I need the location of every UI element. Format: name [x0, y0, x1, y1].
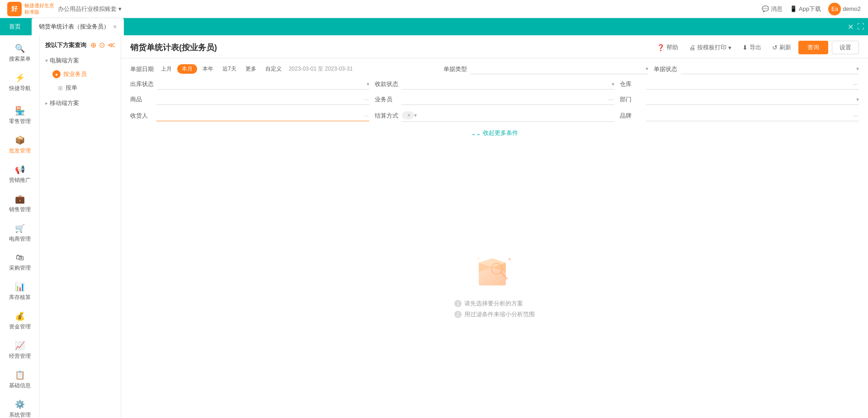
empty-illustration: ✦ ✦: [470, 242, 519, 292]
tab-close-icon[interactable]: ×: [113, 23, 117, 30]
print-icon: 🖨: [689, 44, 695, 51]
print-button[interactable]: 🖨 按模板打印 ▾: [685, 42, 735, 53]
chevron-down-icon: ▾: [45, 57, 48, 64]
inventory-icon: 📊: [15, 282, 25, 292]
logo-text: 畅捷通好生意 标准版: [24, 3, 54, 14]
search-icon: 🔍: [15, 43, 25, 53]
sidebar-item-system[interactable]: ⚙️ 系统管理: [2, 395, 38, 418]
department-control[interactable]: [646, 95, 859, 105]
export-button[interactable]: ⬇ 导出: [739, 42, 765, 53]
active-dot: ●: [52, 70, 61, 78]
message-icon: 💬: [762, 5, 769, 12]
filter-row-3: 商品 ··· 业务员 ··· 部门: [130, 94, 859, 105]
brand-dots[interactable]: ···: [853, 112, 858, 119]
close-window-icon[interactable]: ✕: [848, 23, 854, 31]
settlement-tag-close[interactable]: ×: [407, 112, 410, 119]
product-dots[interactable]: ···: [363, 96, 368, 103]
filter-item-doc-status: 单据状态: [654, 64, 859, 74]
doc-type-control[interactable]: [471, 64, 649, 74]
breadcrumb[interactable]: 办公用品行业模拟账套 ▾: [58, 5, 122, 13]
sidebar-item-ecommerce[interactable]: 🛒 电商管理: [2, 219, 38, 247]
app-download-button[interactable]: 📱 App下载: [790, 5, 821, 13]
scheme-add-button[interactable]: ⊕: [90, 41, 96, 49]
scheme-group-mobile-header[interactable]: ▸ 移动端方案: [40, 96, 121, 110]
sidebar-item-retail[interactable]: 🏪 零售管理: [2, 101, 38, 130]
user-menu[interactable]: Ea demo2: [828, 3, 861, 15]
tip-num-1: 1: [454, 300, 462, 307]
tab-home[interactable]: 首页: [0, 18, 30, 35]
purchase-icon: 🛍: [16, 253, 24, 262]
page-header: 销货单统计表(按业务员) ❓ 帮助 🖨 按模板打印 ▾ ⬇: [121, 35, 868, 58]
breadcrumb-arrow: ▾: [118, 5, 122, 12]
filter-item-ship-status: 出库状态: [130, 79, 369, 90]
nav-quick-nav[interactable]: ⚡ 快捷导航: [2, 68, 38, 97]
brand-control[interactable]: ···: [646, 110, 859, 121]
scheme-collapse-button[interactable]: ≪: [108, 41, 115, 49]
sidebar-item-marketing[interactable]: 📢 营销推广: [2, 160, 38, 189]
page-title-row: 销货单统计表(按业务员) ❓ 帮助 🖨 按模板打印 ▾ ⬇: [130, 41, 859, 58]
date-btn-more[interactable]: 更多: [242, 64, 260, 74]
empty-tips: 1 请先选择要分析的方案 2 用过滤条件来缩小分析范围: [454, 299, 535, 321]
date-btn-custom[interactable]: 自定义: [262, 64, 285, 74]
svg-text:✦: ✦: [507, 256, 512, 263]
date-btn-last-7[interactable]: 近7天: [219, 64, 240, 74]
wholesale-icon: 📦: [15, 135, 25, 145]
page-title: 销货单统计表(按业务员): [130, 42, 217, 53]
salesperson-control[interactable]: ···: [401, 94, 614, 105]
chevron-down-icon: [856, 96, 859, 103]
sidebar-item-sales[interactable]: 💼 销售管理: [2, 190, 38, 218]
chevron-down-icon: [612, 81, 614, 87]
quick-nav-icon: ⚡: [15, 73, 25, 83]
message-button[interactable]: 💬 消息: [762, 5, 783, 13]
maximize-icon[interactable]: ⛶: [857, 23, 864, 31]
tab-active[interactable]: 销货单统计表（按业务员） ×: [32, 18, 124, 35]
doc-status-control[interactable]: [681, 64, 859, 74]
setting-button[interactable]: 设置: [832, 41, 859, 54]
ship-status-control[interactable]: [157, 79, 369, 90]
help-button[interactable]: ❓ 帮助: [653, 42, 682, 53]
scheme-subitem-by-order[interactable]: ⊞ 按单: [40, 81, 121, 95]
tabbar: 首页 销货单统计表（按业务员） × ✕ ⛶: [0, 18, 868, 35]
sidebar-item-inventory[interactable]: 📊 库存核算: [2, 277, 38, 306]
scheme-group-desktop-header[interactable]: ▾ 电脑端方案: [40, 54, 121, 67]
warehouse-dots[interactable]: ···: [853, 81, 858, 87]
filter-item-department: 部门: [620, 95, 859, 105]
scheme-item-by-salesperson[interactable]: ● 按业务员: [40, 67, 121, 81]
query-button[interactable]: 查询: [798, 41, 828, 54]
warehouse-control[interactable]: ···: [646, 79, 859, 90]
product-control[interactable]: ···: [156, 94, 369, 105]
filter-item-date: 单据日期 上月 本月 本年 近7天 更多 自定义 2023-03-01 至 20…: [130, 64, 438, 74]
salesperson-dots[interactable]: ···: [609, 96, 613, 103]
empty-tip-2: 2 用过滤条件来缩小分析范围: [454, 310, 535, 318]
date-btn-this-month[interactable]: 本月: [177, 64, 197, 74]
main-content: 销货单统计表(按业务员) ❓ 帮助 🖨 按模板打印 ▾ ⬇: [121, 35, 868, 418]
svg-text:✦: ✦: [476, 256, 480, 261]
help-icon: ❓: [657, 44, 665, 51]
empty-state: ✦ ✦ 1 请先选择要分析的方案 2 用过滤条件来缩小分析范围: [454, 242, 535, 321]
sidebar-item-basic[interactable]: 📋 基础信息: [2, 366, 38, 394]
collapse-more-button[interactable]: 收起更多条件: [130, 126, 859, 140]
settlement-control[interactable]: ×: [402, 109, 614, 122]
basic-icon: 📋: [15, 370, 25, 380]
refresh-button[interactable]: ↺ 刷新: [769, 42, 795, 53]
filter-item-doc-type: 单据类型: [443, 64, 649, 74]
scheme-header-actions: ⊕ ⊙ ≪: [90, 41, 115, 49]
system-icon: ⚙️: [15, 399, 25, 409]
sidebar-item-finance[interactable]: 💰 资金管理: [2, 307, 38, 335]
receiver-control[interactable]: ···: [156, 110, 369, 121]
date-btn-last-month[interactable]: 上月: [157, 64, 175, 74]
filter-item-product: 商品 ···: [130, 94, 369, 105]
topbar-left: 好 畅捷通好生意 标准版 办公用品行业模拟账套 ▾: [7, 2, 122, 16]
receipt-status-control[interactable]: [402, 79, 614, 90]
receiver-dots[interactable]: ···: [363, 112, 368, 119]
scheme-settings-button[interactable]: ⊙: [99, 41, 105, 49]
sidebar-item-wholesale[interactable]: 📦 批发管理: [2, 131, 38, 159]
marketing-icon: 📢: [15, 165, 25, 175]
date-btn-this-year[interactable]: 本年: [199, 64, 217, 74]
logo-area[interactable]: 好 畅捷通好生意 标准版: [7, 2, 54, 16]
print-arrow: ▾: [728, 44, 731, 51]
nav-search-menu[interactable]: 🔍 搜索菜单: [2, 39, 38, 67]
sidebar-item-purchase[interactable]: 🛍 采购管理: [2, 248, 38, 276]
filter-row-4: 收货人 ··· 结算方式 ×: [130, 109, 859, 122]
sidebar-item-operations[interactable]: 📈 经营管理: [2, 336, 38, 365]
